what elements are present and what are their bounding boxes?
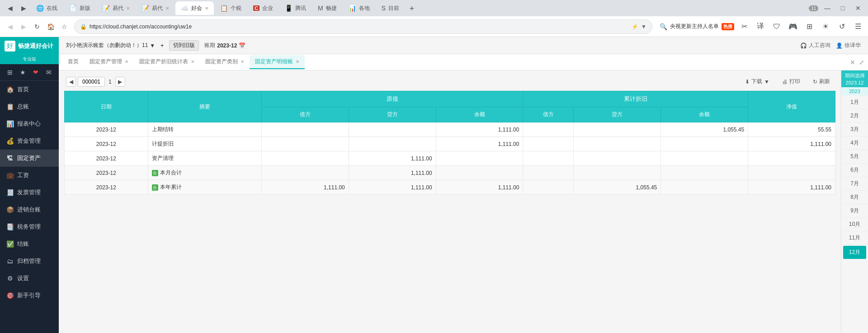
service-btn[interactable]: 🎧 人工咨询 [800,42,830,49]
cell-summary: 合本年累计 [148,180,261,195]
page-tab-close-3[interactable]: ✕ [241,59,244,64]
browser-tab-6[interactable]: 📋 个税 [215,1,247,15]
period-month-5[interactable]: 5月 [841,150,868,164]
col-accum-balance: 余额 [661,107,748,122]
user-btn[interactable]: 👤 徐译华 [836,42,861,49]
period-month-11[interactable]: 11月 [841,231,868,245]
page-number: 1 [107,79,113,85]
tab-close-5[interactable]: ✕ [205,6,208,11]
browser-tab-8[interactable]: 📱 腾讯 [279,1,311,15]
period-month-10[interactable]: 10月 [841,218,868,231]
shield-icon[interactable]: 🛡 [770,20,783,33]
tab-close-4[interactable]: ✕ [165,6,169,11]
forward-btn[interactable]: ▶ [17,20,30,33]
window-close-icon[interactable]: ✕ [850,59,855,66]
back-btn[interactable]: ◀ [4,20,16,33]
table-row: 2023-12 合本月合计 1,111.00 [65,166,835,180]
sidebar-item-settings[interactable]: ⚙ 设置 [0,270,59,287]
sidebar-item-general-ledger[interactable]: 📋 总账 [0,98,59,115]
translate-icon[interactable]: 译 [754,20,767,33]
sidebar-item-archive[interactable]: 🗂 归档管理 [0,253,59,270]
tab-close-3[interactable]: ✕ [126,6,130,11]
sidebar-icon-3[interactable]: ❤ [30,67,41,78]
browser-forward-btn[interactable]: ▶ [17,2,30,14]
period-month-9[interactable]: 9月 [841,204,868,218]
content-area: ◀ 1 ▶ ⬇ 下载 ▼ 🖨 打印 [59,70,868,333]
bookmark-btn[interactable]: ☆ [58,20,71,33]
sidebar-icon-1[interactable]: ⊞ [5,67,15,78]
browser-tab-1[interactable]: 🌐 在线 [31,1,63,15]
add-company-btn[interactable]: + [160,42,164,49]
company-selector[interactable]: 刘小艳演示账套（勿删勿动！）11 ▼ [66,42,155,49]
new-tab-btn[interactable]: + [406,2,418,15]
sidebar-item-tax[interactable]: 📑 税务管理 [0,218,59,235]
period-month-4[interactable]: 4月 [841,136,868,150]
page-tab-close-2[interactable]: ✕ [191,59,194,64]
period-year-label[interactable]: 2023 [841,87,868,96]
browser-back-btn[interactable]: ◀ [4,2,16,14]
extensions-icon: ⚡ [632,23,638,30]
page-tab-fixed-assets-mgmt[interactable]: 固定资产管理 ✕ [84,55,134,69]
menu-icon[interactable]: ☰ [852,20,864,33]
sidebar-item-settlement[interactable]: ✅ 结账 [0,235,59,253]
period-month-7[interactable]: 7月 [841,177,868,191]
browser-tab-10[interactable]: 📊 各地 [343,1,375,15]
dropdown-icon[interactable]: ▼ [641,23,646,30]
sidebar-label-tax: 税务管理 [17,223,41,231]
cell-orig-balance: 1,111.00 [436,180,523,195]
period-month-6[interactable]: 6月 [841,164,868,177]
scissors-icon[interactable]: ✂ [738,20,750,33]
reload-btn[interactable]: ↻ [31,20,43,33]
period-month-2[interactable]: 2月 [841,109,868,123]
page-tab-ledger[interactable]: 固定资产明细账 ✕ [250,55,305,69]
page-tab-home[interactable]: 首页 [62,55,84,69]
print-btn[interactable]: 🖨 打印 [778,76,804,87]
sidebar-icon-2[interactable]: ★ [18,67,28,78]
sidebar-item-reports[interactable]: 📊 报表中心 [0,115,59,132]
refresh-btn[interactable]: ↻ 刷新 [809,76,834,87]
sidebar-item-invoice[interactable]: 🧾 发票管理 [0,184,59,201]
browser-tab-7[interactable]: C 企业 [248,1,278,15]
period-month-1[interactable]: 1月 [841,96,868,109]
next-page-btn[interactable]: ▶ [115,77,125,87]
period-month-8[interactable]: 8月 [841,191,868,204]
sidebar-item-payroll[interactable]: 💼 工资 [0,167,59,184]
game-icon[interactable]: 🎮 [787,20,799,33]
browser-tab-4[interactable]: 📝 易代 ✕ [136,1,175,15]
grid-icon[interactable]: ⊞ [803,20,816,33]
close-btn[interactable]: ✕ [852,2,864,14]
period-month-3[interactable]: 3月 [841,123,868,136]
history-icon[interactable]: ↺ [835,20,848,33]
sidebar-item-guide[interactable]: 🎯 新手引导 [0,287,59,304]
browser-tab-5[interactable]: ☁️ 好会 ✕ [175,1,214,15]
sidebar-item-purchase-sale[interactable]: 📦 进销台账 [0,201,59,218]
page-tab-close-1[interactable]: ✕ [125,59,128,64]
page-tab-close-4[interactable]: ✕ [296,59,299,64]
sidebar-item-fixed-assets[interactable]: 🏗 固定资产 [0,150,59,167]
address-field[interactable]: 🔒 https://cloud.chanjet.com/accounting/u… [74,19,652,34]
sidebar-item-funds[interactable]: 💰 资金管理 [0,132,59,150]
page-tab-depreciation[interactable]: 固定资产折旧统计表 ✕ [134,55,200,69]
period-selector: 账期 2023-12 📅 [204,42,245,49]
hot-badge[interactable]: 热搜 [722,23,734,30]
browser-tab-3[interactable]: 📝 易代 ✕ [97,1,135,15]
brightness-icon[interactable]: ☀ [819,20,832,33]
switch-version-btn[interactable]: 切到旧版 [169,40,199,51]
period-month-12[interactable]: 12月 [843,246,866,259]
sidebar-icon-4[interactable]: ✉ [43,67,54,78]
browser-tab-2[interactable]: 📄 新版 [64,1,96,15]
minimize-btn[interactable]: — [821,2,834,14]
page-input-field[interactable] [78,77,105,87]
browser-tab-11[interactable]: S 目前 [376,1,405,15]
maximize-btn[interactable]: □ [836,2,849,14]
prev-page-btn[interactable]: ◀ [66,77,76,87]
home-nav-btn[interactable]: 🏠 [44,20,57,33]
period-panel: 期间选择 2023.12 2023 1月2月3月4月5月6月7月8月9月10月1… [841,70,868,333]
window-expand-icon[interactable]: ⤢ [859,59,864,66]
sidebar-item-home[interactable]: 🏠 首页 [0,81,59,98]
download-icon: ⬇ [745,79,750,85]
download-btn[interactable]: ⬇ 下载 ▼ [741,76,773,87]
page-tab-categories[interactable]: 固定资产类别 ✕ [200,55,250,69]
calendar-icon[interactable]: 📅 [239,42,245,49]
browser-tab-9[interactable]: M 畅捷 [312,1,342,15]
